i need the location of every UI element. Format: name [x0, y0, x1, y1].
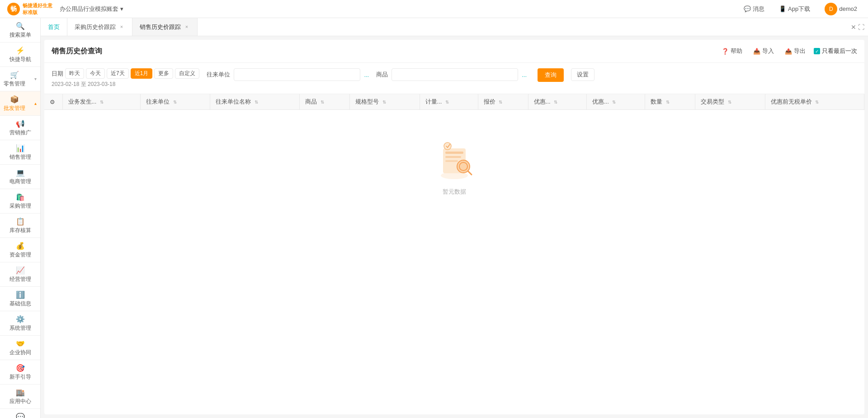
- app-center-icon: 🏬: [16, 388, 25, 397]
- import-btn[interactable]: 📥 导入: [750, 45, 777, 57]
- date-btn-yesterday[interactable]: 昨天: [65, 68, 84, 79]
- date-btn-custom[interactable]: 自定义: [175, 68, 199, 79]
- logo-area: 畅 畅捷通好生意 标准版: [7, 2, 52, 15]
- sort-icon: ⇅: [100, 100, 104, 104]
- sidebar-item-finance-mgmt[interactable]: 💰 资金管理: [0, 238, 40, 262]
- col-partner-code[interactable]: 往来单位 ⇅: [140, 94, 210, 110]
- ecom-icon: 💻: [16, 168, 25, 177]
- sidebar-item-basic-info[interactable]: ℹ️ 基础信息: [0, 287, 40, 311]
- guide-icon: 🎯: [16, 364, 25, 372]
- purchase-icon: 🛍️: [16, 193, 25, 201]
- goods-filter: 商品 ...: [376, 68, 527, 81]
- sidebar-item-enterprise-wechat[interactable]: 💬 企业微信: [0, 409, 40, 418]
- header-right: 💬 消息 📱 App下载 D demo2: [740, 1, 861, 17]
- query-button[interactable]: 查询: [538, 68, 564, 82]
- data-table: ⚙ 业务发生... ⇅ 往来单位 ⇅ 往来单位名称: [44, 94, 864, 110]
- checkbox-checked-icon: ✓: [814, 48, 820, 54]
- col-settings[interactable]: ⚙: [44, 94, 62, 110]
- wholesale-icon: 📦: [10, 95, 19, 104]
- sidebar-item-marketing[interactable]: 📢 营销推广: [0, 116, 40, 140]
- settings-btn-wrapper: 设置: [571, 68, 594, 82]
- page-header: 销售历史价查询 ❓ 帮助 📥 导入 📤 导出 ✓: [44, 40, 864, 63]
- sidebar-item-quick-nav[interactable]: ⚡ 快捷导航: [0, 43, 40, 67]
- import-icon: 📥: [753, 48, 760, 55]
- logo-text: 畅捷通好生意 标准版: [23, 2, 52, 15]
- help-btn[interactable]: ❓ 帮助: [719, 45, 745, 57]
- system-icon: ⚙️: [16, 315, 25, 323]
- col-discount2[interactable]: 优惠... ⇅: [586, 94, 645, 110]
- goods-dots[interactable]: ...: [522, 71, 527, 78]
- info-icon: ℹ️: [16, 290, 25, 299]
- sort-icon-2: ⇅: [173, 100, 177, 104]
- col-quantity[interactable]: 数量 ⇅: [645, 94, 695, 110]
- finance-icon: 💰: [16, 242, 25, 250]
- sidebar-section-wholesale: 📦 批发管理: [4, 95, 25, 112]
- tab-purchase-history[interactable]: 采购历史价跟踪 ×: [67, 18, 132, 36]
- only-last-checkbox[interactable]: ✓ 只看最后一次: [814, 47, 857, 55]
- tab-sales-history[interactable]: 销售历史价跟踪 ×: [132, 18, 198, 36]
- col-no-tax-price[interactable]: 优惠前无税单价 ⇅: [765, 94, 864, 110]
- sort-icon-9: ⇅: [612, 100, 616, 104]
- col-biz-date[interactable]: 业务发生... ⇅: [62, 94, 140, 110]
- download-icon: 📱: [779, 5, 786, 12]
- goods-input[interactable]: [392, 68, 518, 81]
- message-btn[interactable]: 💬 消息: [740, 3, 768, 15]
- partner-dots[interactable]: ...: [364, 71, 369, 78]
- sidebar-item-purchase-mgmt[interactable]: 🛍️ 采购管理: [0, 189, 40, 214]
- date-btn-7days[interactable]: 近7天: [107, 68, 129, 79]
- sidebar-item-retail-mgmt[interactable]: 🛒 零售管理 ▾: [0, 67, 40, 91]
- col-discount1[interactable]: 优惠... ⇅: [528, 94, 586, 110]
- sidebar-item-app-center[interactable]: 🏬 应用中心: [0, 385, 40, 409]
- sidebar-item-ecom-mgmt[interactable]: 💻 电商管理: [0, 165, 40, 189]
- sort-icon-8: ⇅: [554, 100, 557, 104]
- avatar: D: [825, 3, 837, 15]
- col-partner-name[interactable]: 往来单位名称 ⇅: [210, 94, 300, 110]
- app-download-btn[interactable]: 📱 App下载: [775, 3, 814, 15]
- collab-icon: 🤝: [16, 339, 25, 348]
- sidebar-item-sales-mgmt[interactable]: 📊 销售管理: [0, 140, 40, 165]
- date-label: 日期: [52, 70, 63, 78]
- message-icon: 💬: [744, 5, 751, 12]
- header-left: 畅 畅捷通好生意 标准版 办公用品行业模拟账套 ▾: [7, 2, 127, 15]
- user-btn[interactable]: D demo2: [821, 1, 861, 17]
- sidebar-item-inventory[interactable]: 📋 库存核算: [0, 214, 40, 238]
- tab-close-sales[interactable]: ×: [184, 24, 190, 30]
- sort-icon-4: ⇅: [321, 100, 324, 104]
- tab-close-purchase[interactable]: ×: [118, 24, 125, 30]
- col-quote[interactable]: 报价 ⇅: [478, 94, 528, 110]
- svg-rect-2: [445, 152, 463, 154]
- sidebar-item-system-mgmt[interactable]: ⚙️ 系统管理: [0, 311, 40, 336]
- sidebar-item-enterprise-collab[interactable]: 🤝 企业协同: [0, 336, 40, 360]
- maximize-icon[interactable]: ⛶: [858, 24, 864, 31]
- empty-text: 暂元数据: [443, 188, 466, 196]
- settings-icon: ⚙: [50, 99, 55, 105]
- date-btn-1month[interactable]: 近1月: [131, 68, 153, 79]
- chevron-icon: ▾: [34, 76, 37, 81]
- sidebar-item-wholesale-mgmt[interactable]: 📦 批发管理 ▴: [0, 91, 40, 116]
- settings-button[interactable]: 设置: [571, 68, 594, 81]
- sidebar-item-ops-mgmt[interactable]: 📈 经营管理: [0, 262, 40, 287]
- sort-icon-12: ⇅: [815, 100, 819, 104]
- table-header: ⚙ 业务发生... ⇅ 往来单位 ⇅ 往来单位名称: [44, 94, 864, 110]
- goods-label: 商品: [376, 71, 388, 79]
- sort-icon-5: ⇅: [382, 100, 386, 104]
- search-icon: 🔍: [16, 22, 25, 30]
- col-unit[interactable]: 计量... ⇅: [420, 94, 478, 110]
- tab-home[interactable]: 首页: [41, 18, 67, 36]
- sidebar-section-retail: 🛒 零售管理: [4, 71, 25, 88]
- workspace-selector[interactable]: 办公用品行业模拟账套 ▾: [56, 3, 127, 15]
- date-btn-today[interactable]: 今天: [86, 68, 105, 79]
- partner-input[interactable]: [234, 68, 360, 81]
- wechat-icon: 💬: [16, 413, 25, 418]
- close-window-icon[interactable]: ✕: [851, 24, 856, 31]
- col-trade-type[interactable]: 交易类型 ⇅: [695, 94, 765, 110]
- content-area: 首页 采购历史价跟踪 × 销售历史价跟踪 × ✕ ⛶ 销售历史价查询: [41, 18, 868, 418]
- sidebar-item-new-guide[interactable]: 🎯 新手引导: [0, 360, 40, 385]
- export-btn[interactable]: 📤 导出: [782, 45, 808, 57]
- date-btn-more[interactable]: 更多: [154, 68, 173, 79]
- col-spec[interactable]: 规格型号 ⇅: [350, 94, 420, 110]
- col-goods[interactable]: 商品 ⇅: [300, 94, 350, 110]
- table-header-row: ⚙ 业务发生... ⇅ 往来单位 ⇅ 往来单位名称: [44, 94, 864, 110]
- sidebar-item-search-menu[interactable]: 🔍 搜索菜单: [0, 18, 40, 43]
- filter-bar: 日期 昨天 今天 近7天 近1月 更多 自定义 2023-02-18 至 202…: [44, 63, 864, 94]
